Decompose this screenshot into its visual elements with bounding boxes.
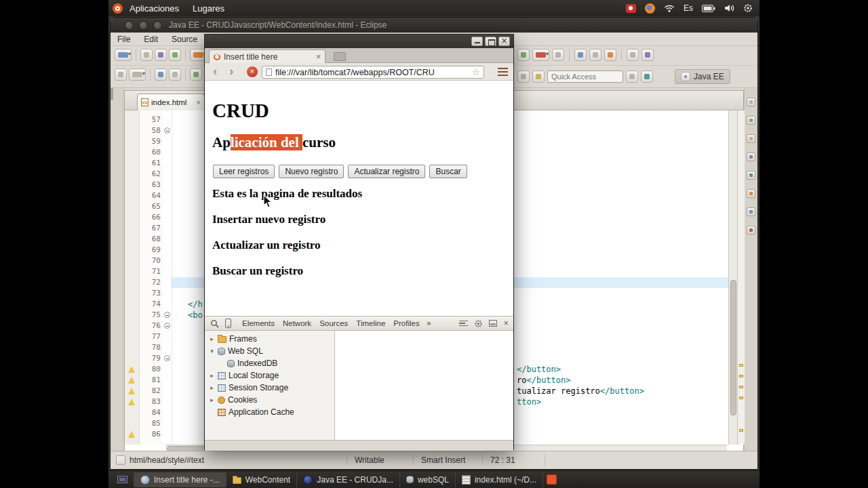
eclipse-titlebar[interactable]: Java EE - CRUDJavascript/WebContent/inde… (111, 18, 757, 33)
close-tab-icon[interactable]: × (316, 52, 321, 62)
properties-view-icon[interactable] (747, 189, 755, 198)
editor-tab-index-html[interactable]: <> index.html × (137, 94, 205, 110)
open-type-icon[interactable] (604, 49, 616, 61)
url-text[interactable]: file:///var/lib/tomcat7/webapps/ROOT/CRU (275, 68, 469, 77)
url-bar[interactable]: file:///var/lib/tomcat7/webapps/ROOT/CRU… (262, 66, 484, 79)
perspective-switcher-icon[interactable] (641, 70, 653, 83)
screen-recorder-icon[interactable] (626, 4, 636, 13)
devtools-tab-timeline[interactable]: Timeline (352, 319, 389, 327)
taskbar-item[interactable]: Insert title here -... (134, 472, 226, 487)
minimize-window-icon[interactable] (139, 21, 148, 30)
servers-view-icon[interactable] (747, 171, 755, 180)
device-mode-icon[interactable] (225, 319, 231, 328)
expander-icon[interactable]: ▸ (209, 396, 215, 403)
devtools-detail-pane[interactable] (336, 331, 513, 440)
editor-vertical-scrollbar[interactable] (728, 110, 737, 445)
devtools-tab-elements[interactable]: Elements (238, 319, 279, 327)
print-icon[interactable] (169, 49, 181, 61)
devtools-tab-network[interactable]: Network (279, 319, 315, 327)
warning-marker[interactable] (739, 396, 743, 399)
keyboard-layout-indicator[interactable]: Es (684, 3, 693, 13)
distributor-logo-icon[interactable] (113, 3, 123, 14)
bookmarks-icon[interactable] (532, 70, 545, 83)
tree-item-web-sql[interactable]: ▾Web SQL (205, 345, 334, 357)
console-view-icon[interactable] (747, 207, 755, 216)
expander-icon[interactable]: ▸ (209, 336, 215, 342)
warning-marker[interactable] (739, 364, 743, 367)
next-annotation-icon[interactable] (169, 68, 181, 81)
console-drawer-icon[interactable] (459, 321, 468, 327)
stop-server-icon[interactable] (532, 49, 549, 61)
forward-history-icon[interactable] (155, 68, 167, 81)
warning-icon[interactable] (128, 431, 135, 438)
fold-toggle-icon[interactable] (164, 312, 170, 318)
warning-marker[interactable] (739, 429, 743, 432)
save-all-icon[interactable] (155, 49, 167, 61)
maximize-window-icon[interactable] (485, 37, 496, 46)
expander-icon[interactable]: ▸ (209, 384, 215, 391)
menu-lugares[interactable]: Lugares (186, 3, 231, 14)
menu-file[interactable]: File (111, 35, 137, 44)
last-edit-location-icon[interactable] (115, 68, 127, 81)
warning-icon[interactable] (128, 388, 135, 394)
menu-hamburger-icon[interactable] (498, 68, 508, 76)
run-server-icon[interactable] (517, 49, 530, 61)
crud-button-actualizar-registro[interactable]: Actualizar registro (348, 165, 425, 178)
taskbar-item[interactable]: Java EE - CRUDJa... (297, 472, 400, 487)
perspective-java-ee-button[interactable]: Java EE (675, 69, 730, 84)
battery-icon[interactable] (702, 5, 715, 12)
warning-icon[interactable] (128, 377, 135, 384)
tree-item-cookies[interactable]: ▸Cookies (205, 394, 334, 406)
devtools-tab-profiles[interactable]: Profiles (389, 319, 423, 327)
back-icon[interactable]: ‹ (213, 64, 217, 79)
warning-marker[interactable] (739, 375, 743, 378)
restore-outline-icon[interactable] (112, 87, 113, 100)
tree-item-indexeddb[interactable]: IndexedDB (205, 357, 334, 369)
expander-icon[interactable]: ▸ (209, 372, 215, 379)
new-package-icon[interactable] (589, 49, 601, 61)
tree-item-local-storage[interactable]: ▸Local Storage (205, 369, 334, 382)
wifi-icon[interactable] (664, 4, 675, 12)
stop-loading-icon[interactable]: × (247, 66, 258, 77)
minimize-window-icon[interactable] (471, 37, 483, 46)
devtools-settings-gear-icon[interactable] (474, 319, 483, 328)
forward-icon[interactable]: › (229, 64, 233, 79)
firefox-icon[interactable] (645, 3, 655, 14)
fold-toggle-icon[interactable] (164, 127, 170, 134)
close-devtools-icon[interactable]: × (503, 320, 509, 327)
save-icon[interactable] (140, 49, 153, 61)
snippets-view-icon[interactable] (747, 134, 755, 143)
volume-icon[interactable] (724, 4, 734, 12)
publish-icon[interactable] (552, 49, 564, 61)
quick-access-input[interactable] (547, 70, 623, 83)
expander-icon[interactable]: ▾ (209, 348, 215, 354)
task-list-view-icon[interactable] (747, 116, 755, 125)
overview-ruler[interactable] (737, 110, 745, 445)
browser-titlebar[interactable] (205, 35, 513, 48)
tree-item-application-cache[interactable]: Application Cache (205, 406, 334, 418)
maximize-window-icon[interactable] (153, 21, 162, 30)
crud-button-nuevo-registro[interactable]: Nuevo registro (279, 165, 344, 178)
palette-view-icon[interactable] (747, 152, 755, 161)
taskbar-item[interactable] (111, 472, 134, 487)
close-tab-icon[interactable]: × (197, 99, 201, 106)
close-window-icon[interactable] (498, 37, 510, 46)
pin-editor-icon[interactable] (517, 70, 530, 83)
outline-view-icon[interactable] (747, 98, 755, 106)
taskbar-item[interactable]: WebContent (226, 472, 298, 487)
new-java-class-icon[interactable] (574, 49, 587, 61)
annotations-icon[interactable] (642, 49, 654, 61)
bookmark-star-icon[interactable]: ☆ (472, 67, 480, 77)
browser-tab-active[interactable]: Insert title here × (209, 49, 326, 63)
taskbar-item[interactable]: webSQL (400, 472, 456, 487)
tree-item-session-storage[interactable]: ▸Session Storage (205, 382, 334, 394)
scrollbar-thumb[interactable] (730, 280, 736, 415)
previous-annotation-icon[interactable] (190, 68, 202, 81)
menu-source[interactable]: Source (165, 35, 204, 44)
tree-item-frames[interactable]: ▸Frames (205, 333, 334, 345)
menu-edit[interactable]: Edit (137, 35, 165, 44)
more-tabs-icon[interactable]: » (424, 319, 434, 328)
warning-marker[interactable] (739, 386, 743, 388)
search-icon[interactable] (627, 49, 639, 61)
warning-icon[interactable] (128, 366, 135, 373)
